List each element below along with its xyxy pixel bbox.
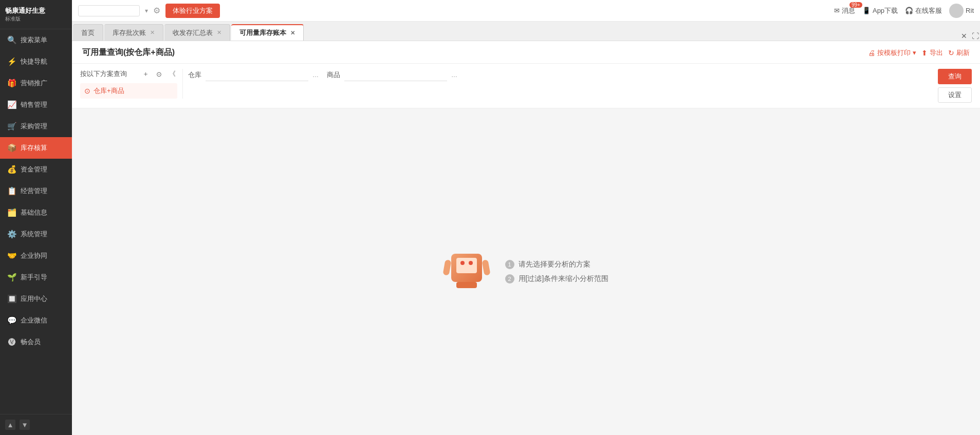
- sidebar-item-marketing[interactable]: 🎁 营销推广: [0, 72, 72, 94]
- print-button[interactable]: 🖨 按模板打印 ▾: [868, 48, 916, 58]
- page-title: 可用量查询(按仓库+商品): [82, 47, 175, 58]
- tab-available-ledger-label: 可用量库存账本: [239, 28, 286, 37]
- tip-text-1: 请先选择要分析的方案: [519, 260, 590, 269]
- add-scheme-button[interactable]: ＋: [140, 69, 151, 79]
- robot-arm-right: [482, 259, 490, 276]
- sidebar-item-sales[interactable]: 📈 销售管理: [0, 94, 72, 116]
- sidebar-item-label: 畅会员: [21, 337, 41, 347]
- sidebar-item-label: 基础信息: [21, 208, 47, 217]
- tab-receive-summary[interactable]: 收发存汇总表 ✕: [164, 24, 230, 41]
- warehouse-label: 仓库: [188, 70, 201, 80]
- search-area: [78, 5, 140, 16]
- query-fields: 仓库 … 商品 …: [188, 69, 928, 81]
- gear-icon: ⚙️: [7, 230, 16, 239]
- sidebar-item-enterprise-wx[interactable]: 💬 企业微信: [0, 310, 72, 331]
- sidebar-item-label: 营销推广: [21, 79, 47, 88]
- search-input[interactable]: [78, 5, 140, 16]
- empty-tips: 1 请先选择要分析的方案 2 用[过滤]条件来缩小分析范围: [505, 260, 609, 283]
- window-maximize-button[interactable]: ⛶: [971, 31, 980, 41]
- sidebar: 畅康通好生意 标准版 🔍 搜索菜单 ⚡ 快捷导航 🎁 营销推广 📈 销售管理 🛒…: [0, 0, 72, 435]
- export-label: 导出: [930, 48, 943, 58]
- topbar: ▾ ⚙ 体验行业方案 ✉ 消息 99+ 📱 App下载 🎧 在线客服 Rit: [72, 0, 980, 22]
- handshake-icon: 🤝: [7, 251, 16, 260]
- chart-icon: 📈: [7, 100, 16, 109]
- message-button[interactable]: ✉ 消息 99+: [834, 6, 855, 15]
- app-edition: 标准版: [5, 15, 67, 23]
- scheme-item[interactable]: ⊙ 仓库+商品: [80, 83, 177, 99]
- window-close-button[interactable]: ✕: [959, 31, 969, 41]
- robot-arm-left: [442, 259, 451, 276]
- sidebar-item-search[interactable]: 🔍 搜索菜单: [0, 29, 72, 51]
- vip-icon: 🅥: [7, 338, 16, 347]
- filter-panel-icons: ＋ ⊙ 《: [140, 69, 177, 79]
- sidebar-item-purchase[interactable]: 🛒 采购管理: [0, 116, 72, 137]
- phone-icon: 📱: [862, 7, 871, 14]
- sidebar-item-label: 系统管理: [21, 230, 47, 239]
- tab-receive-summary-close[interactable]: ✕: [217, 29, 221, 36]
- info-icon: 🗂️: [7, 208, 16, 217]
- sidebar-item-newbie[interactable]: 🌱 新手引导: [0, 267, 72, 288]
- sidebar-item-label: 应用中心: [21, 294, 47, 304]
- filter-panel: 按以下方案查询 ＋ ⊙ 《 ⊙ 仓库+商品: [80, 69, 183, 99]
- wechat-icon: 💬: [7, 316, 16, 325]
- tab-home[interactable]: 首页: [73, 24, 103, 41]
- sidebar-item-label: 资金管理: [21, 165, 47, 174]
- query-button[interactable]: 查询: [938, 69, 972, 84]
- query-buttons: 查询 设置: [928, 69, 972, 103]
- tab-available-ledger-close[interactable]: ✕: [290, 30, 295, 36]
- app-download-button[interactable]: 📱 App下载: [862, 6, 898, 15]
- warehouse-input[interactable]: [206, 69, 308, 81]
- message-badge: 99+: [849, 2, 862, 8]
- sidebar-item-label: 新手引导: [21, 273, 47, 282]
- tip-num-2: 2: [505, 274, 514, 283]
- export-button[interactable]: ⬆ 导出: [921, 48, 943, 58]
- print-icon: 🖨: [868, 49, 875, 57]
- goods-input[interactable]: [344, 69, 447, 81]
- warehouse-field-group: 仓库 …: [188, 69, 319, 81]
- online-service-button[interactable]: 🎧 在线客服: [905, 6, 942, 15]
- online-service-label: 在线客服: [915, 6, 942, 15]
- main-area: ▾ ⚙ 体验行业方案 ✉ 消息 99+ 📱 App下载 🎧 在线客服 Rit: [72, 0, 980, 435]
- settings-icon[interactable]: ⚙: [153, 6, 160, 15]
- sidebar-item-business[interactable]: 📋 经营管理: [0, 180, 72, 202]
- tab-receive-summary-label: 收发存汇总表: [173, 28, 213, 37]
- refresh-button[interactable]: ↻ 刷新: [948, 48, 970, 58]
- user-menu[interactable]: Rit: [949, 4, 974, 18]
- sidebar-item-shortcut[interactable]: ⚡ 快捷导航: [0, 51, 72, 72]
- tab-batch-account-close[interactable]: ✕: [150, 29, 155, 36]
- sidebar-item-inventory[interactable]: 📦 库存核算: [0, 137, 72, 159]
- sidebar-item-fund[interactable]: 💰 资金管理: [0, 159, 72, 180]
- sidebar-bottom[interactable]: ▲ ▼: [0, 414, 72, 435]
- sidebar-item-vip[interactable]: 🅥 畅会员: [0, 331, 72, 353]
- scroll-down-button[interactable]: ▼: [20, 420, 30, 430]
- sidebar-item-label: 销售管理: [21, 100, 47, 109]
- robot-eyes: [456, 258, 477, 265]
- export-icon: ⬆: [921, 49, 928, 57]
- empty-illustration: [443, 249, 490, 295]
- settings-button[interactable]: 设置: [938, 87, 972, 103]
- tab-available-ledger[interactable]: 可用量库存账本 ✕: [231, 24, 304, 41]
- scroll-up-button[interactable]: ▲: [5, 420, 15, 430]
- refresh-label: 刷新: [956, 48, 970, 58]
- sidebar-nav: 🔍 搜索菜单 ⚡ 快捷导航 🎁 营销推广 📈 销售管理 🛒 采购管理 📦 库存核…: [0, 29, 72, 414]
- goods-field-group: 商品 …: [327, 69, 457, 81]
- chevron-down-icon[interactable]: ▾: [913, 49, 916, 56]
- collapse-panel-button[interactable]: 《: [167, 69, 177, 79]
- gift-icon: 🎁: [7, 79, 16, 88]
- goods-more-icon[interactable]: …: [451, 71, 457, 79]
- sidebar-item-system[interactable]: ⚙️ 系统管理: [0, 223, 72, 245]
- manage-scheme-button[interactable]: ⊙: [154, 69, 164, 79]
- sidebar-item-basic-info[interactable]: 🗂️ 基础信息: [0, 202, 72, 223]
- chevron-down-icon[interactable]: ▾: [145, 7, 148, 14]
- print-label: 按模板打印: [877, 48, 911, 58]
- tab-batch-account[interactable]: 库存批次账 ✕: [104, 24, 163, 41]
- robot-body: [451, 254, 482, 282]
- warehouse-more-icon[interactable]: …: [312, 71, 319, 79]
- goods-label: 商品: [327, 70, 340, 80]
- trial-button[interactable]: 体验行业方案: [165, 4, 220, 18]
- search-icon: 🔍: [7, 35, 16, 45]
- robot-face: [456, 258, 477, 273]
- app-download-label: App下载: [873, 6, 898, 15]
- sidebar-item-enterprise[interactable]: 🤝 企业协同: [0, 245, 72, 267]
- sidebar-item-app-center[interactable]: 🔲 应用中心: [0, 288, 72, 310]
